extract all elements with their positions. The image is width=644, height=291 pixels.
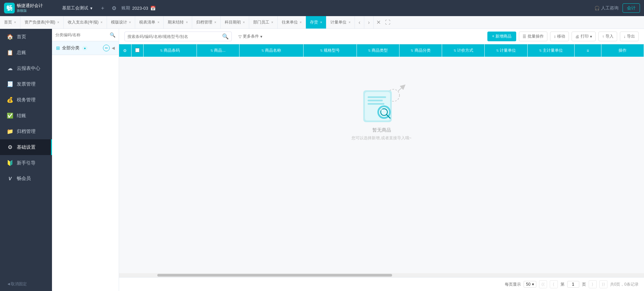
page-input[interactable]	[567, 281, 579, 288]
category-edit-button[interactable]: ✏	[103, 45, 110, 51]
select-all-checkbox[interactable]	[135, 48, 140, 52]
panel-collapse-button[interactable]: ◀	[112, 46, 115, 50]
sidebar-item-checkout[interactable]: ✅ 结账	[0, 108, 52, 124]
tab-unit[interactable]: 计量单位 ×	[326, 16, 355, 29]
tab-expand-button[interactable]: ⛶	[383, 16, 392, 29]
sidebar-item-invoice-label: 发票管理	[17, 81, 36, 87]
tab-balance-sheet-close[interactable]: ×	[57, 20, 59, 24]
sidebar-item-home[interactable]: 🏠 首页	[0, 29, 52, 45]
tab-period-end-close[interactable]: ×	[186, 20, 188, 24]
last-page-button[interactable]: ⟩⟩	[599, 280, 607, 288]
sidebar-item-ledger[interactable]: 📋 总账	[0, 45, 52, 60]
th-checkbox[interactable]	[131, 44, 143, 57]
tab-archive-close[interactable]: ×	[214, 20, 216, 24]
scrollbar-thumb[interactable]	[157, 274, 392, 277]
batch-button[interactable]: ☰ 批量操作	[519, 32, 547, 41]
import-button[interactable]: ↑ 导入	[598, 32, 617, 41]
tab-contacts[interactable]: 往来单位 ×	[278, 16, 306, 29]
top-header: 畅 畅捷通好会计 旗舰版 基层工会测试 ▾ ＋ ⚙ 账期 2023-03 📅 🎧…	[0, 0, 644, 16]
svg-rect-4	[368, 96, 386, 98]
search-icon[interactable]: 🔍	[222, 33, 229, 40]
logo-title: 畅捷通好会计	[17, 3, 43, 9]
empty-illustration	[357, 77, 407, 127]
horizontal-scrollbar[interactable]	[119, 273, 644, 277]
th-barcode[interactable]: ⇅ 商品条码	[143, 44, 197, 57]
tab-contacts-close[interactable]: ×	[300, 20, 302, 24]
first-page-button[interactable]: ⟨⟨	[539, 280, 547, 288]
th-type[interactable]: ⇅ 商品类型	[357, 44, 399, 57]
account-button[interactable]: 会计	[623, 3, 640, 13]
next-page-button[interactable]: ⟩	[589, 280, 597, 288]
tab-department-close[interactable]: ×	[271, 20, 273, 24]
tab-inventory-close[interactable]: ×	[320, 20, 322, 24]
settings-button[interactable]: ⚙	[110, 4, 118, 12]
tab-balance-sheet[interactable]: 资产负债表(中期) ×	[20, 16, 64, 29]
th-extra[interactable]: ≡	[575, 44, 601, 57]
export-button[interactable]: ↓ 导出	[620, 32, 639, 41]
filter-button[interactable]: ▽ 更多条件 ▾	[236, 32, 265, 41]
tab-template-close[interactable]: ×	[129, 20, 131, 24]
total-records: 共0页，0条记录	[610, 282, 639, 287]
category-search-input[interactable]	[55, 33, 108, 37]
tab-income-close[interactable]: ×	[101, 20, 103, 24]
add-company-button[interactable]: ＋	[99, 4, 107, 12]
th-name[interactable]: ⇅ 商品名称	[239, 44, 303, 57]
tab-department[interactable]: 部门员工 ×	[249, 16, 278, 29]
move-button[interactable]: ↕ 移动	[550, 32, 569, 41]
tab-tax[interactable]: 税表清单 ×	[135, 16, 164, 29]
tab-department-label: 部门员工	[253, 19, 269, 25]
tab-close-all-button[interactable]: ✕	[374, 16, 383, 29]
logo-sub: 旗舰版	[17, 8, 43, 13]
tab-home[interactable]: 首页 ×	[0, 16, 20, 29]
th-price-mode[interactable]: ⇅ 计价方式	[442, 44, 485, 57]
tab-inventory[interactable]: 存货 ×	[306, 16, 326, 29]
content-area: 🔍 ⊞ 全部分类 ● ✏ ◀ 🔍	[52, 29, 644, 291]
tab-tax-close[interactable]: ×	[157, 20, 159, 24]
th-main-unit[interactable]: ⇅ 主计量单位	[527, 44, 575, 57]
th-model[interactable]: ⇅ 规格型号	[303, 44, 357, 57]
left-panel-search-area: 🔍	[52, 29, 119, 41]
sidebar-item-invoice[interactable]: 🧾 发票管理	[0, 76, 52, 92]
sidebar-item-guide[interactable]: 🔰 新手引导	[0, 155, 52, 171]
th-settings[interactable]: ⚙	[119, 44, 131, 57]
service-button[interactable]: 🎧 人工咨询	[594, 5, 619, 11]
service-label: 人工咨询	[601, 5, 619, 11]
product-search-input[interactable]	[127, 34, 220, 39]
tab-home-close[interactable]: ×	[14, 20, 16, 24]
logo-area: 畅 畅捷通好会计 旗舰版	[4, 3, 56, 13]
tab-template[interactable]: 模版设计 ×	[107, 16, 136, 29]
batch-label: 批量操作	[528, 34, 544, 39]
tab-subject-label: 科目期初	[225, 19, 241, 25]
sidebar-item-basic[interactable]: ⚙ 基础设置	[0, 139, 52, 155]
sidebar-item-cloud[interactable]: ☁ 云报表中心	[0, 60, 52, 76]
th-unit[interactable]: ⇅ 计量单位	[485, 44, 527, 57]
category-tag: ●	[82, 46, 88, 50]
category-search-icon[interactable]: 🔍	[110, 32, 115, 38]
sidebar-item-archive[interactable]: 📁 归档管理	[0, 124, 52, 139]
tab-archive[interactable]: 归档管理 ×	[192, 16, 221, 29]
sidebar-item-archive-label: 归档管理	[17, 129, 36, 135]
per-page-select[interactable]: 50 ▾	[524, 281, 536, 288]
th-code[interactable]: ⇅ 商品...	[197, 44, 239, 57]
print-button[interactable]: 🖨 打印 ▾	[572, 32, 596, 41]
sidebar-item-tax[interactable]: 💰 税务管理	[0, 92, 52, 108]
tab-subject-close[interactable]: ×	[243, 20, 245, 24]
empty-svg	[357, 77, 407, 127]
main-layout: 🏠 首页 📋 总账 ☁ 云报表中心 🧾 发票管理 💰 税务管理 ✅ 结账 📁 归…	[0, 29, 644, 291]
toolbar: 🔍 ▽ 更多条件 ▾ + 新增商品 ☰ 批量操作 ↕	[119, 29, 644, 44]
th-category[interactable]: ⇅ 商品分类	[399, 44, 442, 57]
sidebar-item-member[interactable]: V 畅会员	[0, 171, 52, 186]
add-product-button[interactable]: + 新增商品	[487, 32, 516, 41]
tab-unit-close[interactable]: ×	[348, 20, 351, 24]
tab-income[interactable]: 收入支出表(年报) ×	[64, 16, 107, 29]
calendar-icon[interactable]: 📅	[150, 6, 156, 11]
tab-prev-button[interactable]: ‹	[355, 16, 364, 29]
print-icon: 🖨	[575, 34, 579, 39]
prev-page-button[interactable]: ⟨	[550, 280, 558, 288]
tab-subject[interactable]: 科目期初 ×	[221, 16, 249, 29]
tab-next-button[interactable]: ›	[364, 16, 374, 29]
tab-unit-label: 计量单位	[330, 19, 346, 25]
company-selector[interactable]: 基层工会测试 ▾	[59, 4, 95, 12]
tab-period-end[interactable]: 期末结转 ×	[164, 16, 192, 29]
sidebar-unpin-button[interactable]: ◄取消固定	[0, 277, 52, 291]
